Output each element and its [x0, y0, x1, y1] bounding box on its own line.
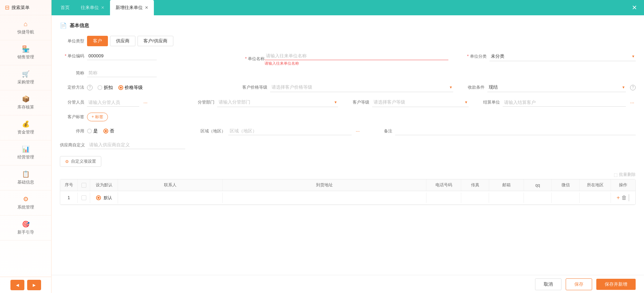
sidebar-item-finance[interactable]: 💰 资金管理: [0, 115, 51, 140]
unit-btn-both[interactable]: 客户/供应商: [138, 36, 173, 46]
sidebar-system-label: 系统管理: [17, 204, 34, 210]
fax-input-1[interactable]: [464, 195, 486, 200]
customer-level-select[interactable]: 请选择客户等级 ▾: [372, 98, 468, 107]
home-icon: ⌂: [22, 20, 30, 28]
tab-new-partner-close[interactable]: ✕: [145, 5, 148, 10]
basic-icon: 📋: [22, 170, 30, 178]
unit-btn-customer[interactable]: 客户: [87, 36, 108, 46]
td-check-1: [78, 193, 90, 203]
unit-btn-supplier[interactable]: 供应商: [110, 36, 135, 46]
payment-terms-select[interactable]: 现结 ▾: [487, 83, 626, 92]
sidebar-item-sales[interactable]: 🏪 销售管理: [0, 40, 51, 65]
customer-price-level-select[interactable]: 请选择客户价格等级 ▾: [270, 83, 453, 92]
th-region: 所在地区: [580, 179, 611, 191]
sidebar-item-quicknav[interactable]: ⌂ 快捷导航: [0, 15, 51, 40]
region-input[interactable]: [228, 127, 351, 135]
row-supplier-custom: 供应商自定义: [60, 141, 636, 149]
tab-partner-close[interactable]: ✕: [101, 5, 104, 10]
disabled-yes[interactable]: 是: [87, 128, 98, 134]
sidebar-item-purchase[interactable]: 🛒 采购管理: [0, 65, 51, 90]
sidebar-item-operation[interactable]: 📊 经营管理: [0, 140, 51, 165]
tag-add-btn[interactable]: + 标签: [87, 113, 108, 121]
row-code-name-cat: 单位编码 单位名称 请输入往来单位名称 单位分类 未分类 ▾: [60, 52, 636, 66]
pricing-pricelevel-label: 价格等级: [125, 84, 143, 91]
contact-table: 序号 设为默认 联系人 到货地址 电话号码 传真 邮箱 qq 微信 所在地区 操…: [60, 179, 636, 205]
phone-input-1[interactable]: [429, 195, 458, 200]
shortname-label: 简称: [60, 70, 84, 76]
pricing-discount[interactable]: 折扣: [97, 84, 113, 91]
disabled-label: 停用: [60, 128, 84, 134]
th-seq: 序号: [60, 179, 78, 191]
region-more-btn[interactable]: ···: [354, 128, 361, 134]
department-select[interactable]: 请输入分管部门 ▾: [217, 98, 338, 107]
content-area: 📄 基本信息 单位类型 客户 供应商 客户/供应商 单位编码: [52, 15, 644, 275]
th-ops: 操作: [611, 179, 635, 191]
pricing-field: 定价方法 ? 折扣 价格等级: [60, 84, 235, 91]
category-select[interactable]: 未分类 ▾: [489, 52, 636, 61]
shortname-field: 简称: [60, 69, 636, 77]
wechat-input-1[interactable]: [555, 195, 576, 200]
payment-help-icon[interactable]: ?: [630, 85, 636, 90]
settlement-input[interactable]: [503, 98, 626, 107]
sidebar-btn-left[interactable]: ◀: [10, 280, 24, 290]
pricing-help-icon[interactable]: ?: [87, 85, 93, 90]
disabled-no-radio[interactable]: [103, 129, 108, 133]
default-radio-1[interactable]: 默认: [96, 195, 112, 201]
td-seq-1: 1: [60, 193, 78, 203]
region-input-1[interactable]: [582, 195, 608, 200]
tab-bar-close[interactable]: ✕: [628, 4, 641, 11]
disabled-no[interactable]: 否: [103, 128, 114, 134]
pricing-discount-radio[interactable]: [97, 85, 102, 90]
delete-row-btn[interactable]: 🗑: [621, 194, 628, 202]
sidebar-item-system[interactable]: ⚙ 系统管理: [0, 190, 51, 215]
search-menu-item[interactable]: ⊟ 搜索菜单: [0, 0, 51, 15]
th-checkbox[interactable]: [81, 183, 86, 188]
qq-input-1[interactable]: [527, 195, 549, 200]
pricing-pricelevel[interactable]: 价格等级: [118, 84, 143, 91]
row-manager: 分管人员 ··· 分管部门 请输入分管部门 ▾ 客户等级 请选择客户等级 ▾: [60, 98, 636, 107]
manager-input[interactable]: [87, 98, 139, 107]
name-input[interactable]: [265, 52, 448, 60]
sidebar-item-guide[interactable]: 🎯 新手引导: [0, 215, 51, 241]
save-new-button[interactable]: 保存并新增: [596, 279, 636, 290]
settlement-more-btn[interactable]: ···: [629, 100, 636, 105]
supplier-custom-input[interactable]: [88, 141, 185, 149]
row-checkbox-1[interactable]: [81, 195, 86, 200]
sidebar-sales-label: 销售管理: [17, 54, 34, 60]
inventory-icon: 📦: [22, 95, 30, 103]
code-input[interactable]: [87, 52, 157, 60]
disabled-yes-radio[interactable]: [87, 129, 92, 133]
pricing-pricelevel-radio[interactable]: [118, 85, 123, 90]
disabled-radio-group: 是 否: [87, 128, 114, 134]
sidebar-item-inventory[interactable]: 📦 库存核算: [0, 90, 51, 115]
search-menu-label: 搜索菜单: [11, 5, 30, 11]
save-button[interactable]: 保存: [566, 278, 592, 290]
tab-new-partner[interactable]: 新增往来单位 ✕: [110, 0, 154, 15]
cancel-button[interactable]: 取消: [535, 278, 561, 290]
add-row-btn[interactable]: +: [616, 194, 620, 202]
supplier-custom-label: 供应商自定义: [60, 142, 85, 148]
sidebar: ⊟ 搜索菜单 ⌂ 快捷导航 🏪 销售管理 🛒 采购管理 📦 库存核算 💰 资金管…: [0, 0, 52, 293]
contact-input-1[interactable]: [121, 195, 220, 200]
custom-settings-btn[interactable]: ⚙ 自定义项设置: [60, 156, 101, 167]
shortname-input[interactable]: [87, 69, 157, 77]
section-title-text: 基本信息: [70, 23, 89, 29]
sidebar-operation-label: 经营管理: [17, 154, 34, 160]
sidebar-item-basic[interactable]: 📋 基础信息: [0, 165, 51, 190]
address-input-1[interactable]: [226, 195, 423, 200]
batch-delete-label: 批量删除: [619, 172, 636, 178]
drag-handle[interactable]: [628, 194, 630, 201]
manager-more-btn[interactable]: ···: [142, 100, 149, 105]
default-radio-circle-1[interactable]: [96, 195, 101, 200]
manager-field: 分管人员 ···: [60, 98, 183, 107]
search-icon: ⊟: [5, 4, 9, 11]
td-region-1: [580, 193, 611, 203]
tab-home[interactable]: 首页: [55, 0, 75, 15]
batch-delete-btn[interactable]: ⬚ 批量删除: [614, 172, 636, 178]
sidebar-btn-right[interactable]: ▶: [27, 280, 41, 290]
remark-input[interactable]: [395, 127, 636, 135]
sidebar-guide-label: 新手引导: [17, 229, 34, 235]
td-ops-1: + 🗑: [611, 191, 635, 204]
tab-partner[interactable]: 往来单位 ✕: [75, 0, 110, 15]
email-input-1[interactable]: [492, 195, 521, 200]
